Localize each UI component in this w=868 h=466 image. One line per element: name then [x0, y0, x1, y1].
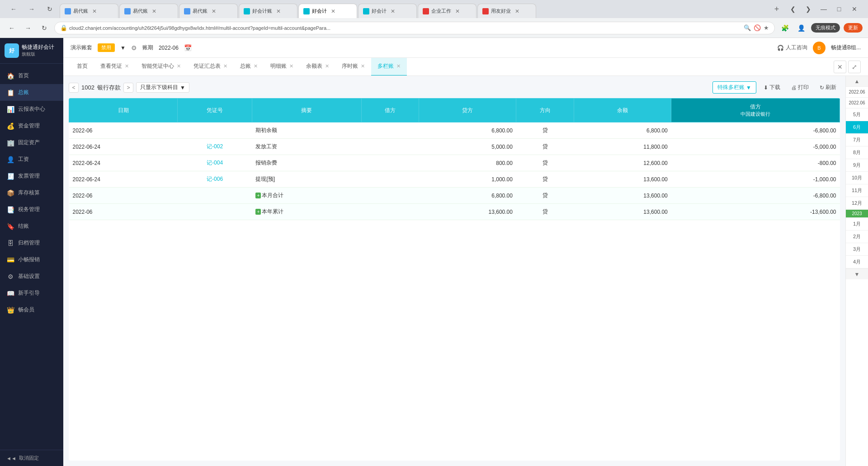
browser-tab-6[interactable]: 好会计✕ — [358, 4, 417, 18]
month-nav-11[interactable]: 11月 — [846, 184, 868, 197]
demo-dropdown[interactable]: ▼ — [120, 45, 126, 51]
month-nav-5[interactable]: 5月 — [846, 108, 868, 121]
download-button[interactable]: ⬇ 下载 — [760, 82, 784, 93]
month-nav-12[interactable]: 12月 — [846, 197, 868, 210]
month-nav-date-2[interactable]: 2022.06 — [846, 98, 868, 108]
page-tab-1[interactable]: 查看凭证✕ — [94, 58, 135, 76]
month-nav-6[interactable]: 6月 — [846, 121, 868, 134]
sidebar-item-10[interactable]: 🗄归档管理 — [0, 235, 63, 251]
page-tab-7[interactable]: 序时账✕ — [335, 58, 371, 76]
print-button[interactable]: 🖨 打印 — [788, 82, 812, 93]
browser-tab-8[interactable]: 用友好业✕ — [477, 4, 536, 18]
no-monitor-icon[interactable]: 🚫 — [754, 24, 761, 31]
cell-voucher[interactable]: 记-006 — [178, 171, 252, 188]
pin-button[interactable]: ◄◄ 取消固定 — [6, 455, 57, 461]
voucher-link[interactable]: 记-006 — [207, 176, 223, 182]
page-tab-close-icon[interactable]: ✕ — [223, 63, 227, 69]
tab-close-icon[interactable]: ✕ — [212, 8, 216, 14]
browser-tab-1[interactable]: 易代账✕ — [60, 4, 118, 18]
sidebar-item-7[interactable]: 📦库存核算 — [0, 184, 63, 201]
month-nav-8[interactable]: 8月 — [846, 146, 868, 159]
cell-voucher[interactable]: 记-002 — [178, 139, 252, 155]
sidebar-item-14[interactable]: 👑畅会员 — [0, 301, 63, 318]
refresh-button[interactable]: ↻ 刷新 — [816, 82, 840, 93]
browser-tab-2[interactable]: 易代账✕ — [119, 4, 178, 18]
month-nav-down[interactable]: ▼ — [846, 268, 868, 279]
address-bar[interactable]: 🔒 cloud2.chanjet.com/accounting/uh26t264… — [54, 22, 775, 34]
cell-voucher[interactable]: 记-004 — [178, 155, 252, 171]
month-nav-2023-2[interactable]: 2月 — [846, 231, 868, 243]
month-nav-10[interactable]: 10月 — [846, 172, 868, 184]
page-tab-5[interactable]: 明细账✕ — [264, 58, 300, 76]
page-tab-3[interactable]: 凭证汇总表✕ — [187, 58, 234, 76]
page-tab-close-icon[interactable]: ✕ — [361, 63, 365, 69]
tab-close-icon[interactable]: ✕ — [276, 8, 281, 14]
page-tab-close-icon[interactable]: ✕ — [254, 63, 258, 69]
voucher-link[interactable]: 记-004 — [207, 160, 223, 166]
sidebar-item-5[interactable]: 👤工资 — [0, 151, 63, 168]
no-trace-button[interactable]: 无痕模式 — [811, 23, 840, 33]
sidebar-item-9[interactable]: 🔖结账 — [0, 218, 63, 235]
month-nav-9[interactable]: 9月 — [846, 159, 868, 172]
forward-button[interactable]: → — [25, 3, 38, 15]
tab-scroll-right[interactable]: ❯ — [802, 3, 815, 15]
search-icon[interactable]: 🔍 — [744, 24, 751, 31]
profile-icon[interactable]: 👤 — [795, 22, 807, 34]
month-nav-date-1[interactable]: 2022.06 — [846, 87, 868, 98]
tab-close-icon[interactable]: ✕ — [152, 8, 156, 14]
month-nav-2023-4[interactable]: 4月 — [846, 256, 868, 268]
voucher-link[interactable]: 记-002 — [207, 143, 223, 150]
back-button[interactable]: ← — [7, 3, 20, 15]
sidebar-item-6[interactable]: 🧾发票管理 — [0, 168, 63, 184]
sidebar-item-2[interactable]: 📊云报表中心 — [0, 101, 63, 118]
month-nav-2023-3[interactable]: 3月 — [846, 243, 868, 256]
sidebar-item-0[interactable]: 🏠首页 — [0, 67, 63, 84]
multi-col-button[interactable]: 特殊多栏账 ▼ — [712, 81, 756, 94]
next-account-button[interactable]: > — [123, 83, 133, 93]
month-nav-up[interactable]: ▲ — [846, 76, 868, 87]
tab-close-icon[interactable]: ✕ — [455, 8, 460, 14]
page-tab-close-icon[interactable]: ✕ — [396, 63, 401, 69]
sidebar-item-3[interactable]: 💰资金管理 — [0, 118, 63, 134]
reload-button[interactable]: ↻ — [43, 3, 56, 15]
update-button[interactable]: 更新 — [844, 23, 863, 33]
sidebar-item-12[interactable]: ⚙基础设置 — [0, 268, 63, 285]
addr-forward[interactable]: → — [22, 22, 34, 34]
browser-tab-5[interactable]: 好会计✕ — [298, 4, 357, 18]
page-tab-0[interactable]: 首页 — [71, 58, 94, 76]
minimize-button[interactable]: — — [817, 3, 830, 15]
month-nav-7[interactable]: 7月 — [846, 134, 868, 146]
extensions-icon[interactable]: 🧩 — [778, 22, 791, 34]
page-tab-8[interactable]: 多栏账✕ — [371, 58, 407, 76]
browser-tab-3[interactable]: 易代账✕ — [179, 4, 238, 18]
maximize-button[interactable]: □ — [833, 3, 845, 15]
page-tab-close-icon[interactable]: ✕ — [177, 63, 181, 69]
tab-close-icon[interactable]: ✕ — [515, 8, 519, 14]
addr-reload[interactable]: ↻ — [38, 22, 51, 34]
page-tab-4[interactable]: 总账✕ — [234, 58, 264, 76]
sidebar-item-13[interactable]: 📖新手引导 — [0, 285, 63, 301]
page-tab-close-icon[interactable]: ✕ — [125, 63, 129, 69]
tab-close-icon[interactable]: ✕ — [331, 8, 335, 14]
prev-account-button[interactable]: < — [69, 83, 79, 93]
subject-filter-dropdown[interactable]: 只显示下级科目 ▼ — [136, 82, 189, 93]
tab-close-icon[interactable]: ✕ — [92, 8, 97, 14]
service-button[interactable]: 🎧 人工咨询 — [777, 44, 807, 52]
new-tab-button[interactable]: + — [770, 3, 783, 15]
calendar-icon[interactable]: 📅 — [184, 44, 192, 52]
star-icon[interactable]: ★ — [764, 24, 769, 31]
sidebar-item-11[interactable]: 💳小畅报销 — [0, 251, 63, 268]
browser-tab-4[interactable]: 好会计账✕ — [239, 4, 297, 18]
settings-icon[interactable]: ⚙ — [131, 44, 137, 52]
close-tab-icon[interactable]: ✕ — [834, 61, 846, 73]
sidebar-item-8[interactable]: 📑税务管理 — [0, 201, 63, 218]
page-tab-2[interactable]: 智能凭证中心✕ — [135, 58, 187, 76]
close-window-button[interactable]: ✕ — [848, 3, 861, 15]
tab-scroll-left[interactable]: ❮ — [787, 3, 799, 15]
addr-back[interactable]: ← — [5, 22, 18, 34]
browser-tab-7[interactable]: 企业工作✕ — [418, 4, 476, 18]
page-tab-close-icon[interactable]: ✕ — [289, 63, 293, 69]
sidebar-item-4[interactable]: 🏢固定资产 — [0, 134, 63, 151]
expand-tab-icon[interactable]: ⤢ — [848, 61, 861, 73]
page-tab-close-icon[interactable]: ✕ — [325, 63, 329, 69]
